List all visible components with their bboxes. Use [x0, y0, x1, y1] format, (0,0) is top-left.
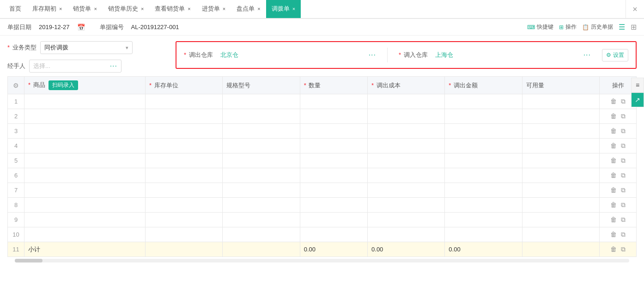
history-icon: 📋 [582, 24, 589, 31]
scan-input-button[interactable]: 扫码录入 [49, 80, 78, 90]
subtotal-delete-icon[interactable]: 🗑 [610, 245, 617, 253]
cell-amount[interactable] [445, 109, 522, 124]
cell-product[interactable] [24, 198, 146, 213]
cell-amount[interactable] [445, 183, 522, 198]
grid-view-button[interactable]: ⊞ [631, 23, 637, 31]
cell-cost[interactable] [368, 227, 445, 242]
cell-amount[interactable] [445, 153, 522, 168]
cell-qty[interactable] [300, 153, 367, 168]
cell-amount[interactable] [445, 198, 522, 213]
cell-cost[interactable] [368, 124, 445, 139]
row-copy-icon[interactable]: ⧉ [621, 142, 626, 149]
row-copy-icon[interactable]: ⧉ [621, 98, 626, 105]
handler-select[interactable]: 选择... ··· [29, 60, 122, 73]
row-delete-icon[interactable]: 🗑 [610, 216, 617, 223]
cell-product[interactable] [24, 124, 146, 139]
close-window-button[interactable]: × [626, 0, 644, 18]
tab-purchase-order[interactable]: 进货单 × [196, 0, 231, 18]
cell-cost[interactable] [368, 213, 445, 227]
cell-qty[interactable] [300, 124, 367, 139]
tab-sales-history-close[interactable]: × [141, 6, 144, 12]
row-copy-icon[interactable]: ⧉ [621, 216, 626, 223]
list-view-button[interactable]: ☰ [619, 23, 625, 31]
tab-sales-order-close[interactable]: × [94, 6, 97, 12]
tab-inventory-init[interactable]: 库存期初 × [27, 0, 67, 18]
transfer-out-more-icon[interactable]: ··· [369, 51, 376, 59]
row-delete-icon[interactable]: 🗑 [610, 127, 617, 134]
cell-qty[interactable] [300, 213, 367, 227]
cell-available [522, 94, 599, 109]
history-button[interactable]: 📋 历史单据 [582, 23, 613, 31]
tab-sales-history[interactable]: 销货单历史 × [103, 0, 149, 18]
cell-product[interactable] [24, 168, 146, 183]
cell-product[interactable] [24, 213, 146, 227]
cell-amount[interactable] [445, 227, 522, 242]
cell-amount[interactable] [445, 94, 522, 109]
tab-stocktake[interactable]: 盘点单 × [231, 0, 266, 18]
row-copy-icon[interactable]: ⧉ [621, 186, 626, 194]
cell-amount[interactable] [445, 213, 522, 227]
cell-product[interactable] [24, 109, 146, 124]
cell-qty[interactable] [300, 109, 367, 124]
cell-cost[interactable] [368, 94, 445, 109]
cell-product[interactable] [24, 153, 146, 168]
tab-view-sales-close[interactable]: × [188, 6, 190, 12]
transfer-in-more-icon[interactable]: ··· [583, 51, 591, 59]
cell-product[interactable] [24, 139, 146, 153]
cell-amount[interactable] [445, 124, 522, 139]
cell-qty[interactable] [300, 183, 367, 198]
cell-product[interactable] [24, 183, 146, 198]
row-delete-icon[interactable]: 🗑 [610, 112, 617, 120]
cell-amount[interactable] [445, 139, 522, 153]
cell-cost[interactable] [368, 153, 445, 168]
row-delete-icon[interactable]: 🗑 [610, 186, 617, 194]
cell-product[interactable] [24, 94, 146, 109]
row-copy-icon[interactable]: ⧉ [621, 127, 626, 134]
cell-amount[interactable] [445, 168, 522, 183]
cell-cost[interactable] [368, 109, 445, 124]
cell-cost[interactable] [368, 198, 445, 213]
float-expand-button[interactable]: ↗ [631, 92, 644, 107]
cell-qty[interactable] [300, 94, 367, 109]
horizontal-scrollbar[interactable] [15, 259, 629, 262]
handler-more-icon[interactable]: ··· [110, 62, 117, 70]
row-delete-icon[interactable]: 🗑 [610, 201, 617, 208]
tab-transfer-close[interactable]: × [292, 6, 295, 12]
tab-view-sales[interactable]: 查看销货单 × [149, 0, 196, 18]
row-delete-icon[interactable]: 🗑 [610, 231, 617, 238]
tab-stocktake-close[interactable]: × [257, 6, 260, 12]
subtotal-copy-icon[interactable]: ⧉ [621, 245, 626, 253]
tab-transfer[interactable]: 调拨单 × [266, 0, 301, 18]
row-delete-icon[interactable]: 🗑 [610, 142, 617, 149]
cell-qty[interactable] [300, 168, 367, 183]
cell-cost[interactable] [368, 168, 445, 183]
scrollbar-thumb[interactable] [15, 259, 43, 262]
settings-button[interactable]: ⚙ 设置 [602, 49, 628, 61]
cell-qty[interactable] [300, 198, 367, 213]
gear-settings-icon[interactable]: ⚙ [13, 82, 19, 89]
row-copy-icon[interactable]: ⧉ [621, 231, 626, 238]
tab-purchase-order-close[interactable]: × [223, 6, 225, 12]
row-copy-icon[interactable]: ⧉ [621, 112, 626, 120]
tab-sales-order[interactable]: 销货单 × [67, 0, 102, 18]
th-gear[interactable]: ⚙ [8, 77, 24, 94]
shortcut-button[interactable]: ⌨ 快捷键 [527, 23, 553, 31]
float-list-button[interactable]: ≡ [631, 78, 644, 92]
cell-qty[interactable] [300, 227, 367, 242]
business-type-select[interactable]: 同价调拨 ▾ [40, 41, 133, 54]
cell-qty[interactable] [300, 139, 367, 153]
row-delete-icon[interactable]: 🗑 [610, 98, 617, 105]
row-delete-icon[interactable]: 🗑 [610, 157, 617, 164]
calendar-icon[interactable]: 📅 [77, 24, 85, 31]
row-copy-icon[interactable]: ⧉ [621, 171, 626, 179]
cell-cost[interactable] [368, 139, 445, 153]
row-delete-icon[interactable]: 🗑 [610, 171, 617, 179]
cell-cost[interactable] [368, 183, 445, 198]
cell-product[interactable] [24, 227, 146, 242]
tab-home[interactable]: 首页 [4, 0, 27, 18]
tab-view-sales-label: 查看销货单 [155, 5, 185, 13]
row-copy-icon[interactable]: ⧉ [621, 157, 626, 164]
row-copy-icon[interactable]: ⧉ [621, 201, 626, 208]
tab-inventory-init-close[interactable]: × [59, 6, 62, 12]
operation-button[interactable]: ⊞ 操作 [559, 23, 577, 31]
